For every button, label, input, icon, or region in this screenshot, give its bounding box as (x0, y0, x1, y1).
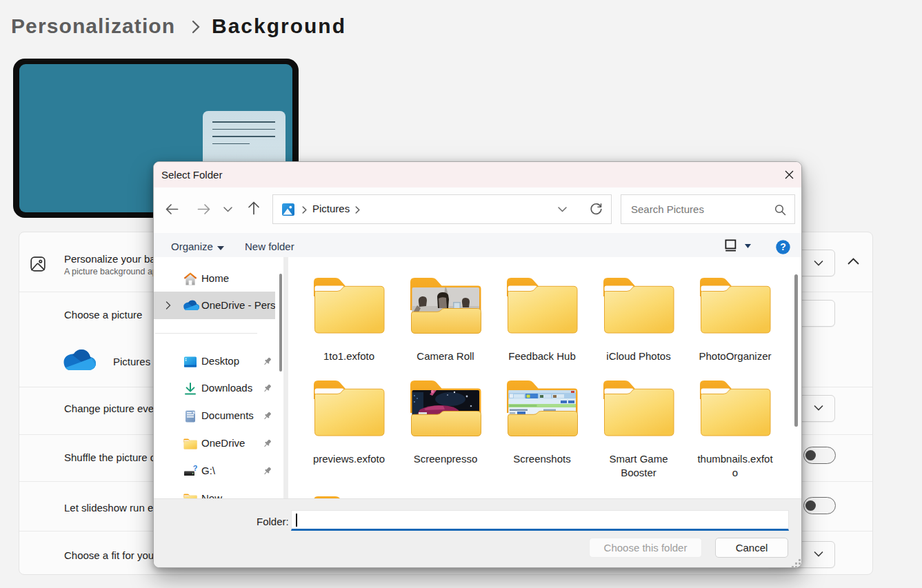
svg-text:?: ? (193, 465, 197, 472)
svg-text:?: ? (780, 241, 786, 252)
